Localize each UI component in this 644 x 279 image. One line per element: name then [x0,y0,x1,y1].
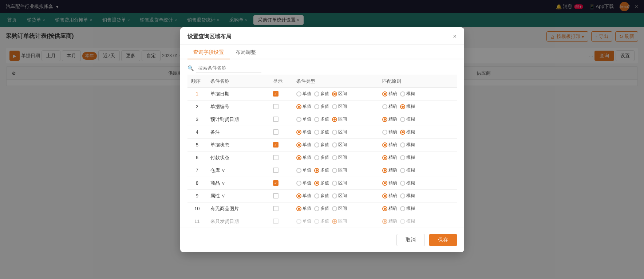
radio-match-模糊[interactable]: 模糊 [400,193,415,199]
radio-match-精确[interactable]: 精确 [382,91,397,97]
search-input[interactable] [196,64,261,72]
radio-type-多值[interactable]: 多值 [314,129,329,135]
radio-circle [400,104,405,109]
checkbox[interactable] [273,117,278,122]
settings-row: 7仓库 ∨单值多值区间精确模糊 [187,164,457,177]
radio-type-区间[interactable]: 区间 [332,103,347,110]
row-show-checkbox[interactable] [269,113,293,126]
dialog-tab-bar: 查询字段设置 布局调整 [180,46,464,59]
radio-match-精确[interactable]: 精确 [382,167,397,173]
checkbox[interactable] [273,206,278,211]
radio-type-单值[interactable]: 单值 [296,103,311,110]
row-show-checkbox[interactable] [269,177,293,189]
radio-match-模糊[interactable]: 模糊 [400,91,415,97]
radio-circle [400,219,405,224]
radio-type-区间[interactable]: 区间 [332,154,347,161]
radio-match-模糊[interactable]: 模糊 [400,180,415,186]
radio-match-精确[interactable]: 精确 [382,103,397,110]
radio-match-精确[interactable]: 精确 [382,180,397,186]
radio-type-单值[interactable]: 单值 [296,129,311,135]
radio-type-单值[interactable]: 单值 [296,116,311,122]
radio-type-多值[interactable]: 多值 [314,154,329,161]
row-show-checkbox[interactable] [269,151,293,164]
row-match: 精确模糊 [379,202,457,215]
radio-type-区间[interactable]: 区间 [332,129,347,135]
checkbox[interactable] [273,129,278,135]
radio-match-精确[interactable]: 精确 [382,154,397,161]
radio-type-单值[interactable]: 单值 [296,154,311,161]
radio-match-模糊[interactable]: 模糊 [400,205,415,212]
radio-circle [332,181,337,186]
radio-type-多值[interactable]: 多值 [314,205,329,212]
radio-type-单值[interactable]: 单值 [296,193,311,199]
radio-match-模糊[interactable]: 模糊 [400,167,415,173]
radio-type-单值[interactable]: 单值 [296,91,311,97]
row-match: 精确模糊 [379,126,457,138]
radio-type-区间[interactable]: 区间 [332,167,347,173]
row-show-checkbox[interactable] [269,87,293,100]
checkbox[interactable] [273,180,278,186]
row-show-checkbox[interactable] [269,164,293,177]
checkbox[interactable] [273,91,278,97]
radio-type-多值[interactable]: 多值 [314,167,329,173]
radio-type-单值[interactable]: 单值 [296,205,311,212]
radio-match-精确[interactable]: 精确 [382,129,397,135]
radio-type-单值[interactable]: 单值 [296,180,311,186]
radio-match-精确[interactable]: 精确 [382,205,397,212]
radio-match-模糊[interactable]: 模糊 [400,142,415,148]
radio-circle [382,206,387,211]
dialog-search-area: 🔍 [180,59,464,75]
radio-type-多值[interactable]: 多值 [314,91,329,97]
radio-match-模糊[interactable]: 模糊 [400,129,415,135]
radio-type-多值[interactable]: 多值 [314,180,329,186]
radio-match-精确[interactable]: 精确 [382,218,397,224]
dialog-footer: 取消 保存 [180,228,464,252]
radio-type-区间[interactable]: 区间 [332,180,347,186]
row-show-checkbox[interactable] [269,215,293,228]
radio-circle [296,181,301,186]
radio-type-单值[interactable]: 单值 [296,167,311,173]
checkbox[interactable] [273,104,278,109]
radio-type-单值[interactable]: 单值 [296,142,311,148]
radio-circle [400,155,405,160]
radio-match-模糊[interactable]: 模糊 [400,154,415,161]
tab-layout[interactable]: 布局调整 [230,46,262,59]
radio-type-区间[interactable]: 区间 [332,193,347,199]
radio-type-多值[interactable]: 多值 [314,218,329,224]
radio-match-模糊[interactable]: 模糊 [400,218,415,224]
row-match: 精确模糊 [379,164,457,177]
radio-type-多值[interactable]: 多值 [314,103,329,110]
radio-type-区间[interactable]: 区间 [332,91,347,97]
dialog-close-button[interactable]: × [453,33,457,40]
radio-match-精确[interactable]: 精确 [382,142,397,148]
checkbox[interactable] [273,219,278,224]
row-show-checkbox[interactable] [269,189,293,202]
row-show-checkbox[interactable] [269,138,293,151]
tab-fields[interactable]: 查询字段设置 [187,46,230,59]
row-show-checkbox[interactable] [269,202,293,215]
radio-match-精确[interactable]: 精确 [382,193,397,199]
checkbox[interactable] [273,142,278,148]
radio-match-精确[interactable]: 精确 [382,116,397,122]
radio-type-区间[interactable]: 区间 [332,142,347,148]
radio-type-多值[interactable]: 多值 [314,193,329,199]
checkbox[interactable] [273,155,278,160]
checkbox[interactable] [273,168,278,173]
radio-circle [382,155,387,160]
row-show-checkbox[interactable] [269,126,293,138]
radio-type-区间[interactable]: 区间 [332,218,347,224]
settings-row: 3预计到货日期单值多值区间精确模糊 [187,113,457,126]
row-show-checkbox[interactable] [269,100,293,113]
radio-circle [314,155,319,160]
radio-type-区间[interactable]: 区间 [332,205,347,212]
cancel-button[interactable]: 取消 [396,234,425,246]
radio-match-模糊[interactable]: 模糊 [400,116,415,122]
radio-type-区间[interactable]: 区间 [332,116,347,122]
radio-type-单值[interactable]: 单值 [296,218,311,224]
radio-type-多值[interactable]: 多值 [314,116,329,122]
radio-type-多值[interactable]: 多值 [314,142,329,148]
save-button[interactable]: 保存 [429,234,457,246]
checkbox[interactable] [273,193,278,199]
row-type: 单值多值区间 [293,164,379,177]
radio-match-模糊[interactable]: 模糊 [400,103,415,110]
